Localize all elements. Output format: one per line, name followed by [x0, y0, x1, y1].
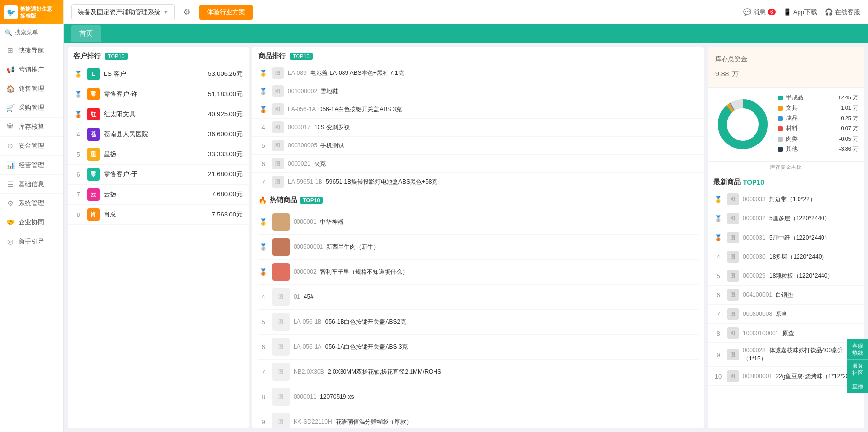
product-info: 001000002 雪地鞋 [288, 87, 698, 96]
list-item[interactable]: 5 图 0000029 18颗粒板（1220*2440） [708, 266, 864, 286]
logo-text: 畅捷通好生意 标准版 [20, 5, 52, 20]
product-name: 45# [304, 293, 314, 300]
float-button-1[interactable]: 服务 社区 [847, 360, 868, 380]
float-button-0[interactable]: 客服 热线 [847, 339, 868, 360]
legend-item: 文具 1.01 万 [778, 104, 858, 112]
customer-ranking-header: 客户排行 TOP10 [68, 47, 249, 64]
legend-dot [778, 106, 783, 111]
sidebar-item-guide[interactable]: ◎新手引导 [0, 232, 63, 251]
table-row[interactable]: 6 图 0000021 夹克 [252, 155, 704, 173]
product-avatar: 图 [272, 67, 284, 79]
list-item[interactable]: 🥉 0000002 智利车子里（规格不知道填什么） [258, 260, 698, 285]
float-button-2[interactable]: 直播 [847, 380, 868, 393]
sidebar-item-sales[interactable]: 🏠销售管理 [0, 79, 63, 98]
list-item[interactable]: 8 肖 肖总 7,563.00元 [68, 205, 249, 225]
product-info: 000500001 新西兰牛肉（新牛） [294, 243, 698, 251]
gear-button[interactable]: ⚙ [180, 5, 194, 20]
sidebar-item-enterprise[interactable]: 🤝企业协同 [0, 213, 63, 232]
product-info: 004100001 白钢垫 [743, 291, 858, 299]
product-code: 004100001 [743, 291, 772, 298]
product-avatar: 图 [727, 232, 739, 243]
table-row[interactable]: 5 图 000800005 手机测试 [252, 137, 704, 155]
list-item[interactable]: 6 零 零售客户·于 21,680.00元 [68, 165, 249, 185]
app-download-button[interactable]: 📱 App下载 [783, 8, 817, 17]
list-item[interactable]: 8 图 10000100001 原查 [708, 324, 864, 343]
rank-number: 4 [258, 293, 268, 301]
sidebar-item-system[interactable]: ⚙系统管理 [0, 194, 63, 213]
list-item[interactable]: 10 图 003800001 22g鱼豆腐·烧烤味（1*12*20） [708, 367, 864, 386]
legend-dot [778, 116, 783, 121]
product-info: LA-056-1A 056-1A白色按键开关盖ABS 3克 [294, 343, 698, 351]
sidebar-item-purchase[interactable]: 🛒采购管理 [0, 98, 63, 118]
list-item[interactable]: 8 图 0000011 12070519-xs [258, 384, 698, 409]
message-button[interactable]: 💬 消息 6 [743, 8, 776, 17]
avatar: 苍 [87, 128, 100, 141]
list-item[interactable]: 🥉 图 0000031 5厘中纤（1220*2440） [708, 228, 864, 247]
table-row[interactable]: 🥉 图 LA-056-1A 056-1A白色按键开关盖ABS 3克 [252, 100, 704, 119]
customer-name: 红太阳文具 [104, 110, 204, 119]
sidebar-item-base[interactable]: ☰基础信息 [0, 175, 63, 194]
table-row[interactable]: 4 图 0000017 10S 变刹罗衩 [252, 119, 704, 137]
list-item[interactable]: 🥈 零 零售客户·许 51,183.00元 [68, 84, 249, 104]
table-row[interactable]: 🥈 图 001000002 雪地鞋 [252, 82, 704, 100]
product-code: LA-056-1A [288, 106, 316, 113]
list-item[interactable]: 4 苍 苍南县人民医院 36,600.00元 [68, 124, 249, 144]
product-name: 花语萌值温分赠糊袋（厚款） [336, 418, 412, 425]
rank-number: 7 [713, 311, 723, 318]
list-item[interactable]: 6 图 LA-056-1A 056-1A白色按键开关盖ABS 3克 [258, 335, 698, 360]
list-item[interactable]: 4 图 01 45# [258, 285, 698, 310]
sidebar-logo: 🐦 畅捷通好生意 标准版 [0, 0, 63, 24]
nav-label-finance: 资金管理 [19, 142, 44, 150]
list-item[interactable]: 9 图 KK-SD22110H 花语萌值温分赠糊袋（厚款） [258, 409, 698, 428]
product-info: LA-089 电池盖 LA-089 ABS本色+黑种 7.1克 [288, 69, 698, 77]
trial-button[interactable]: 体验行业方案 [199, 5, 253, 20]
product-info: NB2.0X30B 2.0X30MM双搓花轴,搓花直径2.1MM/ROHS [294, 368, 698, 376]
list-item[interactable]: 6 图 004100001 白钢垫 [708, 286, 864, 305]
list-item[interactable]: 7 云 云扬 7,680.00元 [68, 185, 249, 205]
table-row[interactable]: 7 图 LA-59651-1B 59651-1B旋转投影灯电池盒ABS黑色+58… [252, 173, 704, 191]
list-item[interactable]: 5 星 星扬 33,333.00元 [68, 144, 249, 165]
legend-value: 12.45 万 [838, 94, 858, 101]
product-info: 0000001 中华神器 [294, 218, 698, 226]
tab-home[interactable]: 首页 [71, 25, 101, 42]
list-item[interactable]: 🥈 000500001 新西兰牛肉（新牛） [258, 235, 698, 260]
list-item[interactable]: 7 图 000800008 原查 [708, 305, 864, 324]
sidebar-item-marketing[interactable]: 📢营销推广 [0, 60, 63, 79]
nav-icon-purchase: 🛒 [6, 103, 15, 112]
product-info: 0000029 18颗粒板（1220*2440） [743, 272, 858, 280]
list-item[interactable]: 🥇 0000001 中华神器 [258, 210, 698, 235]
list-item[interactable]: 4 图 0000030 18多层（1220*2440） [708, 247, 864, 266]
list-item[interactable]: 7 图 NB2.0X30B 2.0X30MM双搓花轴,搓花直径2.1MM/ROH… [258, 360, 698, 384]
system-selector[interactable]: 装备及固定资产辅助管理系统 ▼ [71, 4, 175, 20]
list-item[interactable]: 🥈 图 0000032 5厘多层（1220*2440） [708, 209, 864, 228]
list-item[interactable]: 🥇 图 0000033 封边带（1.0*22） [708, 190, 864, 209]
nav-icon-operations: 📊 [6, 161, 15, 169]
product-code: 0000029 [743, 272, 766, 279]
rank-number: 7 [73, 191, 83, 198]
nav-label-marketing: 营销推广 [19, 65, 44, 74]
nav-label-guide: 新手引导 [19, 237, 44, 246]
sidebar-item-operations[interactable]: 📊经营管理 [0, 156, 63, 175]
search-menu[interactable]: 🔍 搜索菜单 [0, 24, 63, 41]
list-item[interactable]: 🥉 红 红太阳文具 40,925.00元 [68, 104, 249, 124]
product-name: 2.0X30MM双搓花轴,搓花直径2.1MM/ROHS [328, 368, 441, 375]
sidebar-item-quick-nav[interactable]: ⊞快捷导航 [0, 41, 63, 60]
rank-number: 4 [713, 253, 723, 261]
list-item[interactable]: 🥇 L LS 客户 53,006.26元 [68, 64, 249, 84]
service-button[interactable]: 🎧 在线客服 [825, 8, 860, 17]
product-name: 59651-1B旋转投影灯电池盒ABS黑色+58克 [326, 178, 437, 185]
rank-number: 🥉 [73, 111, 83, 118]
product-info: 000800008 原查 [743, 310, 858, 318]
rank-number: 6 [73, 171, 83, 178]
rank-number: 🥇 [258, 70, 268, 77]
product-name: 新西兰牛肉（新牛） [326, 243, 379, 250]
sidebar-item-finance[interactable]: ⊙资金管理 [0, 137, 63, 156]
table-row[interactable]: 🥇 图 LA-089 电池盖 LA-089 ABS本色+黑种 7.1克 [252, 64, 704, 82]
list-item[interactable]: 9 图 0000028 体减嘉枝味苏打饮品400毫升（1*15） [708, 343, 864, 367]
list-item[interactable]: 5 图 LA-056-1B 056-1B白色按键开关盖ABS2克 [258, 310, 698, 335]
product-code: LA-056-1A [294, 343, 321, 350]
nav-icon-marketing: 📢 [6, 65, 15, 74]
sidebar-item-inventory[interactable]: 🏛库存核算 [0, 118, 63, 137]
customer-ranking-badge: TOP10 [105, 53, 128, 60]
avatar: L [87, 68, 100, 80]
